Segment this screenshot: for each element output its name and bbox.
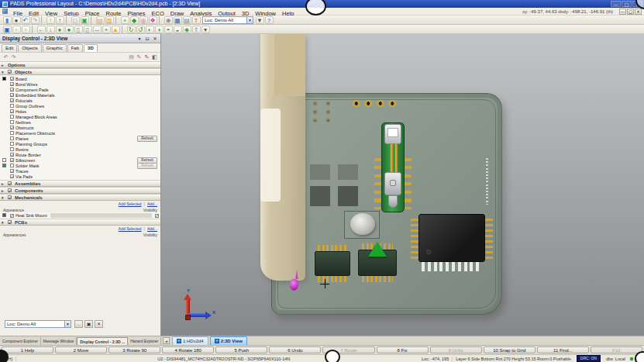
section-pcbs[interactable]: ▾ PCBs (0, 219, 160, 226)
visibility-checkbox[interactable] (155, 214, 159, 218)
dra-warning-icon[interactable]: ▲ (112, 26, 120, 33)
checkbox-planes[interactable] (10, 136, 14, 140)
fn-button-1-help[interactable]: 1 Help (2, 346, 53, 353)
fn-button-4-rotate-180[interactable]: 4 Rotate 180 (162, 346, 214, 353)
fn-button-10-snap-to-grid[interactable]: 10 Snap to Grid (484, 346, 536, 353)
spin-left-icon[interactable]: ◐ (146, 26, 154, 33)
save-icon[interactable]: ▮ (3, 16, 12, 24)
tab-objects[interactable]: Objects (18, 44, 41, 52)
route-diamond-icon[interactable]: ◆ (130, 16, 139, 24)
view-tab-2-3d-view[interactable]: 2:3D View (210, 336, 247, 345)
mdi-restore-icon[interactable]: ▢ (627, 9, 634, 15)
scheme-more-button[interactable]: ... (74, 320, 83, 328)
fn-button-5-push[interactable]: 5 Push (215, 346, 267, 353)
checkbox-resins[interactable] (10, 147, 14, 151)
add-part-icon[interactable]: + (121, 16, 129, 24)
tab-fab[interactable]: Fab (67, 44, 83, 52)
qfp-chip[interactable] (411, 212, 493, 271)
copy-scheme-icon[interactable]: ▤ (128, 53, 135, 60)
checkbox-managed-block-areas[interactable] (10, 115, 14, 119)
fn-button-6-undo[interactable]: 6 Undo (269, 346, 321, 353)
delete-scheme-button[interactable]: ✕ (95, 320, 103, 328)
display-table-icon[interactable]: ▤ (183, 16, 191, 24)
checkbox-traces[interactable] (10, 169, 14, 173)
checkbox-group-outlines[interactable] (10, 104, 14, 108)
brush-magenta-icon[interactable]: ✎ (136, 53, 143, 60)
save-scheme-button[interactable]: ▣ (84, 320, 93, 328)
dip-module-center[interactable] (358, 243, 397, 282)
objects-checkbox[interactable] (8, 70, 12, 74)
checkbox-route-border[interactable] (10, 153, 14, 157)
display-options-icon[interactable]: ▾ (201, 26, 210, 33)
mechanicals-checkbox[interactable] (8, 195, 12, 199)
rotate-ccw-icon[interactable]: ↺ (136, 26, 145, 33)
rotate-cw-icon[interactable]: ↻ (127, 26, 136, 33)
dock-tab-display-control-2-3d[interactable]: Display Control - 2:3D ... (77, 337, 128, 345)
section-mechanicals[interactable]: ▾ Mechanicals (0, 194, 160, 201)
board-view-icon[interactable]: ▣ (81, 16, 89, 24)
add-link[interactable]: Add... (147, 202, 157, 206)
spin-down-icon[interactable]: ◒ (174, 26, 182, 33)
fn-button-2-move[interactable]: 2 Move (55, 346, 107, 353)
minimize-icon[interactable]: — (611, 1, 621, 7)
pin-icon[interactable]: ⊡ (144, 36, 150, 42)
mdi-close-icon[interactable]: ✕ (635, 9, 642, 15)
spin-right-icon[interactable]: ◑ (155, 26, 164, 33)
view-tab-1-hdv2d4[interactable]: 1:HDv2d4 (172, 336, 208, 345)
section-assemblies[interactable]: ▸ Assemblies (0, 180, 160, 187)
tab-scroll-left-icon[interactable]: ◂ (163, 337, 170, 344)
section-options[interactable]: ▸ Options (0, 61, 160, 68)
undo-icon[interactable]: ↶ (22, 16, 30, 24)
measure-icon[interactable]: ↔ (93, 26, 102, 33)
close-panel-icon[interactable]: ✕ (152, 36, 158, 42)
checkbox-obstructs[interactable] (10, 126, 14, 129)
fn-button-11-find[interactable]: 11 Find... (537, 346, 589, 353)
favorite-icon[interactable]: ❖ (149, 16, 157, 24)
place-component-icon[interactable]: ↑ (46, 16, 55, 24)
checkbox-bond-wires[interactable] (10, 82, 14, 86)
pan-down-icon[interactable]: ↓ (46, 26, 55, 33)
add-selected-link[interactable]: Add Selected (119, 226, 142, 231)
fn-button-3-rotate-90[interactable]: 3 Rotate 90 (108, 346, 160, 353)
dip-module-left[interactable] (315, 245, 350, 282)
redo-icon[interactable]: ↷ (31, 16, 40, 24)
paste-icon[interactable]: ▥ (105, 16, 114, 24)
zoom-in-icon[interactable]: ⊕ (164, 16, 173, 24)
tab-graphic[interactable]: Graphic (43, 44, 67, 52)
add-selected-link[interactable]: Add Selected (119, 202, 142, 206)
binoculars-search-icon[interactable]: ● (12, 16, 21, 24)
maximize-icon[interactable]: ▢ (622, 1, 632, 7)
dock-tab-component-explorer[interactable]: Component Explorer (0, 337, 41, 345)
cross-probe-icon[interactable]: + (102, 26, 111, 33)
mdi-minimize-icon[interactable]: — (619, 9, 626, 15)
section-components[interactable]: ▸ Components (0, 187, 160, 194)
chevron-down-icon[interactable]: ▼ (246, 17, 253, 23)
checkbox-fiducials[interactable] (10, 98, 14, 102)
checkbox-netlines[interactable] (10, 120, 14, 124)
scheme-combo[interactable]: Loc: Demo All ▼ (202, 16, 253, 24)
3d-view-canvas[interactable]: Y X (161, 34, 644, 336)
checkbox-placement-obstructs[interactable] (10, 131, 14, 135)
filter-icon[interactable]: ▼ (256, 16, 264, 24)
spin-up-icon[interactable]: ◓ (164, 26, 173, 33)
checkbox-board[interactable] (10, 77, 14, 81)
move-component-icon[interactable]: ↑ (56, 16, 64, 24)
highlight-target-icon[interactable]: ◎ (139, 16, 148, 24)
checkbox-embedded-materials[interactable] (10, 93, 14, 97)
zoom-fit-icon[interactable]: ▦ (174, 16, 182, 24)
checkbox-holes[interactable] (10, 109, 14, 113)
copy-icon[interactable]: ▤ (96, 16, 105, 24)
components-checkbox[interactable] (8, 188, 12, 192)
dock-tab-hazard-explorer[interactable]: Hazard Explorer (128, 337, 161, 345)
snapshot-icon[interactable]: ▫ (12, 26, 21, 33)
view-top-icon[interactable]: ▯ (74, 26, 83, 33)
view-bottom-icon[interactable]: ▯ (84, 26, 92, 33)
checkbox-solder-mask[interactable] (10, 164, 14, 167)
panel-title-bar[interactable]: Display Control - 2:3D View ▾⊡✕ (0, 34, 160, 43)
tab-3d[interactable]: 3D (84, 44, 98, 52)
checkbox-via-pads[interactable] (10, 174, 14, 178)
checkbox-heat-sink-mount[interactable] (10, 214, 14, 218)
panel-scheme-combo[interactable]: Loc: Demo All ▼ (5, 320, 71, 328)
dock-tab-message-window[interactable]: Message Window (41, 337, 77, 345)
checkbox-planning-groups[interactable] (10, 142, 14, 146)
